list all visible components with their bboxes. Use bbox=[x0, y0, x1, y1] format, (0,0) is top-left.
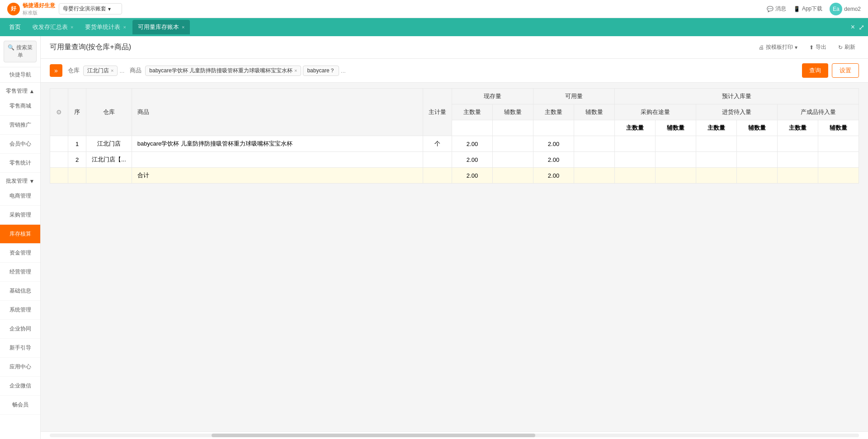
th-incoming-pending: 进货待入量 bbox=[696, 104, 778, 120]
td-product-aux-2 bbox=[818, 152, 859, 168]
product-tags: babycare学饮杯 儿童防摔防撞吸管杯重力球吸嘴杯宝宝水杯 × babyca… bbox=[145, 66, 345, 76]
scrollbar-track[interactable] bbox=[50, 434, 859, 437]
filter-toggle-btn[interactable]: » bbox=[50, 64, 62, 77]
sidebar-item-wholesale[interactable]: 批发管理 ▼ bbox=[0, 173, 40, 187]
td-unit-2 bbox=[423, 152, 452, 168]
scrollbar-thumb[interactable] bbox=[212, 434, 535, 437]
dropdown-icon: ▾ bbox=[795, 44, 797, 51]
th-current-aux: 辅数量 bbox=[493, 104, 533, 120]
data-table: ⚙ 序 仓库 商品 主计量 现存量 可用量 预计入库量 主数量 辅数量 主数量 bbox=[50, 88, 859, 184]
td-summary-product-aux bbox=[818, 168, 859, 184]
setting-btn[interactable]: 设置 bbox=[832, 63, 859, 78]
sidebar-item-members[interactable]: 会员中心 bbox=[0, 135, 40, 154]
warehouse-tag-0[interactable]: 江北门店 × bbox=[83, 66, 118, 76]
user-area[interactable]: Ea demo2 bbox=[830, 3, 861, 15]
sidebar-item-ecommerce[interactable]: 电商管理 bbox=[0, 187, 40, 206]
printer-icon: 🖨 bbox=[759, 44, 764, 51]
th-available-main: 主数量 bbox=[533, 104, 574, 120]
quick-nav-btn[interactable]: 快捷导航 bbox=[0, 67, 40, 83]
sidebar-item-inventory[interactable]: 库存核算 bbox=[0, 225, 40, 244]
td-purchase-main-2 bbox=[615, 152, 656, 168]
export-icon: ⬆ bbox=[809, 44, 814, 51]
query-btn[interactable]: 查询 bbox=[802, 63, 828, 78]
td-available-aux-2 bbox=[574, 152, 615, 168]
td-summary-label: 合计 bbox=[132, 168, 423, 184]
td-summary-available-aux bbox=[574, 168, 615, 184]
search-menu-btn[interactable]: 🔍 搜索菜单 bbox=[4, 41, 37, 62]
page-title: 可用量查询(按仓库+商品) bbox=[50, 42, 131, 52]
sidebar-item-zero-retail[interactable]: 零售管理 ▲ bbox=[0, 83, 40, 97]
remove-warehouse-tag-btn[interactable]: × bbox=[111, 68, 113, 73]
sidebar-item-basic-info[interactable]: 基础信息 bbox=[0, 282, 40, 301]
top-bar: 好 畅捷通好生意 标准版 母婴行业演示账套 ▾ 💬 消息 📱 App下载 Ea … bbox=[0, 0, 868, 18]
td-current-aux-2 bbox=[493, 152, 533, 168]
tab-order-stats[interactable]: 要货单统计表 × bbox=[80, 20, 131, 34]
sidebar-item-finance[interactable]: 资金管理 bbox=[0, 244, 40, 263]
tab-close-order-stats[interactable]: × bbox=[123, 24, 126, 30]
sidebar-item-app-center[interactable]: 应用中心 bbox=[0, 358, 40, 377]
sidebar-item-vip[interactable]: 畅会员 bbox=[0, 396, 40, 415]
td-incoming-main-2 bbox=[696, 152, 737, 168]
sidebar-item-purchase[interactable]: 采购管理 bbox=[0, 206, 40, 225]
tab-receive-summary[interactable]: 收发存汇总表 × bbox=[27, 20, 79, 34]
maximize-btn[interactable]: ⤢ bbox=[859, 23, 864, 32]
table-row: 2 江北门店【... 2.00 2.00 bbox=[50, 152, 859, 168]
td-product-aux-1 bbox=[818, 136, 859, 152]
td-settings-1 bbox=[50, 136, 68, 152]
td-summary-current-aux bbox=[493, 168, 533, 184]
th-settings[interactable]: ⚙ bbox=[50, 89, 68, 136]
td-incoming-main-1 bbox=[696, 136, 737, 152]
product-ellipsis[interactable]: ... bbox=[341, 67, 346, 74]
table-container: ⚙ 序 仓库 商品 主计量 现存量 可用量 预计入库量 主数量 辅数量 主数量 bbox=[41, 83, 868, 431]
tab-home[interactable]: 首页 bbox=[4, 20, 26, 34]
th-incoming-aux: 辅数量 bbox=[737, 120, 778, 136]
table-footer bbox=[41, 431, 868, 439]
td-purchase-aux-2 bbox=[656, 152, 696, 168]
th-num: 序 bbox=[68, 89, 86, 136]
product-tag-0[interactable]: babycare学饮杯 儿童防摔防撞吸管杯重力球吸嘴杯宝宝水杯 × bbox=[145, 66, 301, 76]
app-icon: 📱 bbox=[793, 6, 800, 12]
sidebar-search-area: 🔍 搜索菜单 bbox=[0, 36, 40, 67]
sidebar-item-marketing[interactable]: 营销推广 bbox=[0, 116, 40, 135]
tab-close-available-ledger[interactable]: × bbox=[182, 24, 184, 30]
industry-selector[interactable]: 母婴行业演示账套 ▾ bbox=[59, 3, 122, 14]
td-summary-num bbox=[68, 168, 86, 184]
sidebar-item-wechat[interactable]: 企业微信 bbox=[0, 377, 40, 396]
td-warehouse-2: 江北门店【... bbox=[86, 152, 132, 168]
th-current-aux-2 bbox=[493, 120, 533, 136]
settings-gear-icon[interactable]: ⚙ bbox=[56, 109, 62, 116]
th-incoming-main: 主数量 bbox=[696, 120, 737, 136]
chevron-down-icon: ▾ bbox=[108, 6, 111, 12]
td-summary-warehouse bbox=[86, 168, 132, 184]
sidebar-item-retail-stats[interactable]: 零售统计 bbox=[0, 154, 40, 173]
td-available-main-1: 2.00 bbox=[533, 136, 574, 152]
td-summary-incoming-main bbox=[696, 168, 737, 184]
logo-text: 畅捷通好生意 标准版 bbox=[23, 2, 55, 16]
app-download-btn[interactable]: 📱 App下载 bbox=[793, 5, 822, 13]
tab-close-receive-summary[interactable]: × bbox=[71, 24, 73, 30]
sidebar-item-enterprise[interactable]: 企业协同 bbox=[0, 320, 40, 339]
td-incoming-aux-2 bbox=[737, 152, 778, 168]
tab-available-ledger[interactable]: 可用量库存账本 × bbox=[132, 20, 190, 34]
refresh-btn[interactable]: ↻ 刷新 bbox=[835, 42, 859, 53]
close-all-tabs-btn[interactable]: × bbox=[851, 23, 855, 31]
product-label: 商品 bbox=[130, 66, 142, 75]
sidebar-item-system[interactable]: 系统管理 bbox=[0, 301, 40, 320]
remove-product-tag-0-btn[interactable]: × bbox=[294, 68, 297, 73]
td-purchase-aux-1 bbox=[656, 136, 696, 152]
export-btn[interactable]: ⬆ 导出 bbox=[806, 42, 830, 53]
summary-row: 合计 2.00 2.00 bbox=[50, 168, 859, 184]
arrow-icon: ▼ bbox=[29, 178, 35, 184]
product-tag-1[interactable]: babycare？ bbox=[303, 66, 339, 76]
search-icon: 🔍 bbox=[8, 44, 14, 51]
sidebar-item-operations[interactable]: 经营管理 bbox=[0, 263, 40, 282]
warehouse-ellipsis[interactable]: ... bbox=[119, 67, 124, 74]
message-btn[interactable]: 💬 消息 bbox=[767, 5, 786, 13]
td-num-1: 1 bbox=[68, 136, 86, 152]
print-by-template-btn[interactable]: 🖨 按模板打印 ▾ bbox=[755, 42, 801, 53]
filter-actions: 查询 设置 bbox=[802, 63, 859, 78]
sidebar-item-retail-mall[interactable]: 零售商城 bbox=[0, 97, 40, 116]
td-summary-settings bbox=[50, 168, 68, 184]
sidebar-item-new-guide[interactable]: 新手引导 bbox=[0, 339, 40, 358]
td-num-2: 2 bbox=[68, 152, 86, 168]
